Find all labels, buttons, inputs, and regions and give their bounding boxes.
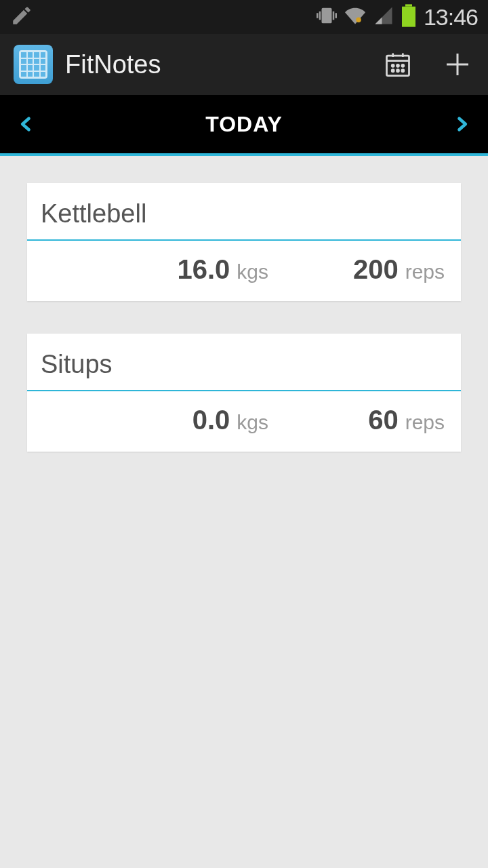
svg-point-8 <box>397 64 399 66</box>
reps-metric: 60 reps <box>309 405 445 435</box>
reps-value: 200 <box>353 254 399 285</box>
weight-metric: 16.0 kgs <box>133 254 268 285</box>
svg-point-7 <box>392 64 394 66</box>
weight-metric: 0.0 kgs <box>133 405 268 435</box>
reps-unit: reps <box>405 411 445 434</box>
exercise-set-row: 0.0 kgs 60 reps <box>27 391 461 452</box>
prev-day-button[interactable] <box>17 108 36 140</box>
svg-rect-1 <box>405 4 412 6</box>
weight-value: 0.0 <box>192 405 230 435</box>
weight-unit: kgs <box>237 411 268 434</box>
exercise-name: Kettlebell <box>27 183 461 241</box>
app-title: FitNotes <box>65 50 355 79</box>
signal-icon <box>373 5 394 28</box>
date-label[interactable]: TODAY <box>205 112 282 137</box>
edit-icon <box>10 4 33 30</box>
next-day-button[interactable] <box>452 108 471 140</box>
clock: 13:46 <box>424 4 478 31</box>
vibrate-icon <box>317 5 337 28</box>
weight-unit: kgs <box>237 260 268 283</box>
battery-icon <box>402 4 415 30</box>
exercise-card[interactable]: Kettlebell 16.0 kgs 200 reps <box>27 183 461 301</box>
svg-point-10 <box>392 70 394 72</box>
wifi-icon <box>345 5 365 28</box>
app-logo-icon[interactable] <box>14 45 53 84</box>
weight-value: 16.0 <box>177 254 230 285</box>
date-nav: TODAY <box>0 95 488 156</box>
add-button[interactable] <box>441 47 474 81</box>
reps-value: 60 <box>368 405 399 435</box>
exercise-set-row: 16.0 kgs 200 reps <box>27 241 461 301</box>
exercise-card[interactable]: Situps 0.0 kgs 60 reps <box>27 334 461 452</box>
reps-metric: 200 reps <box>309 254 445 285</box>
exercise-name: Situps <box>27 334 461 391</box>
svg-point-0 <box>356 18 361 23</box>
app-bar: FitNotes <box>0 34 488 95</box>
svg-point-9 <box>402 64 404 66</box>
svg-point-11 <box>397 70 399 72</box>
calendar-button[interactable] <box>381 47 415 81</box>
workout-list: Kettlebell 16.0 kgs 200 reps Situps 0.0 … <box>0 156 488 511</box>
reps-unit: reps <box>405 260 445 283</box>
svg-rect-2 <box>402 7 415 27</box>
status-bar: 13:46 <box>0 0 488 34</box>
svg-point-12 <box>402 70 404 72</box>
